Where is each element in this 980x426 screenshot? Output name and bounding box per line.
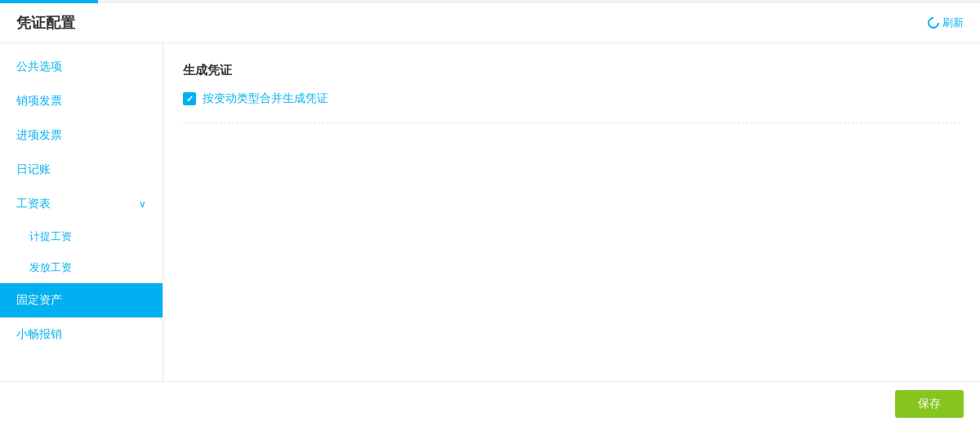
sidebar-item-sales-invoice[interactable]: 销项发票 <box>0 84 163 118</box>
sidebar-item-label: 公共选项 <box>16 60 62 74</box>
sidebar-item-label: 销项发票 <box>16 94 62 109</box>
sidebar-item-expense[interactable]: 小畅报销 <box>0 317 163 352</box>
page-wrapper: 凭证配置 刷新 公共选项 销项发票 进项发票 日记账 工资表 ∨ <box>0 0 980 426</box>
sidebar-item-label: 小畅报销 <box>16 327 62 342</box>
sidebar-item-distribute-salary[interactable]: 发放工资 <box>0 252 163 283</box>
save-button[interactable]: 保存 <box>895 390 964 418</box>
merge-voucher-checkbox[interactable] <box>183 92 196 105</box>
sidebar-item-label: 计提工资 <box>29 230 72 242</box>
sidebar: 公共选项 销项发票 进项发票 日记账 工资表 ∨ 计提工资 发放工资 固定资 <box>0 43 163 381</box>
header: 凭证配置 刷新 <box>0 3 980 43</box>
sidebar-item-label: 发放工资 <box>29 261 72 273</box>
sidebar-item-purchase-invoice[interactable]: 进项发票 <box>0 118 163 153</box>
page-title: 凭证配置 <box>16 13 75 33</box>
sidebar-item-accrual-salary[interactable]: 计提工资 <box>0 221 163 252</box>
section-title: 生成凭证 <box>183 63 960 78</box>
sidebar-item-fixed-assets[interactable]: 固定资产 <box>0 283 163 317</box>
sidebar-item-label: 固定资产 <box>16 293 62 308</box>
sidebar-item-label: 工资表 <box>16 197 51 211</box>
chevron-down-icon: ∨ <box>139 198 146 210</box>
merge-voucher-row[interactable]: 按变动类型合并生成凭证 <box>183 91 960 106</box>
merge-voucher-label: 按变动类型合并生成凭证 <box>203 91 328 106</box>
footer: 保存 <box>0 381 980 426</box>
sidebar-item-label: 日记账 <box>16 162 51 177</box>
sidebar-item-label: 进项发票 <box>16 128 62 143</box>
refresh-button[interactable]: 刷新 <box>928 16 964 30</box>
content-area: 生成凭证 按变动类型合并生成凭证 <box>163 43 980 381</box>
sidebar-item-payroll[interactable]: 工资表 ∨ <box>0 187 163 221</box>
section-divider <box>183 122 960 123</box>
refresh-icon <box>925 15 942 31</box>
main-content: 公共选项 销项发票 进项发票 日记账 工资表 ∨ 计提工资 发放工资 固定资 <box>0 43 980 381</box>
refresh-label: 刷新 <box>942 16 964 30</box>
sidebar-item-journal[interactable]: 日记账 <box>0 153 163 187</box>
sidebar-item-public-options[interactable]: 公共选项 <box>0 50 163 84</box>
